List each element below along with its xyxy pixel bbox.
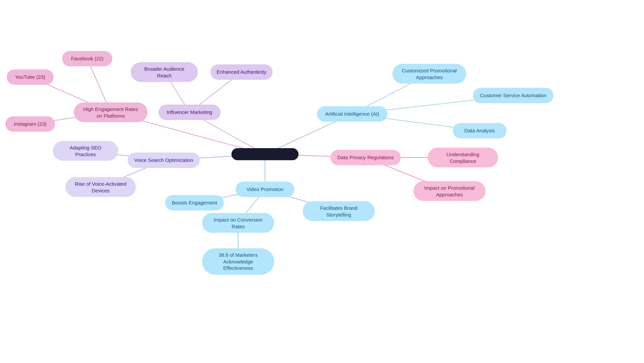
instagram-node[interactable]: Instagram (23) (5, 116, 55, 132)
understanding-compliance-node[interactable]: Understanding Compliance (428, 148, 498, 168)
broader-node[interactable]: Broader Audience Reach (131, 62, 198, 82)
center-node[interactable] (231, 148, 299, 160)
ai-node[interactable]: Artificial Intelligence (AI) (317, 106, 387, 122)
influencer-node[interactable]: Influencer Marketing (159, 105, 221, 120)
youtube-node[interactable]: YouTube (23) (7, 69, 54, 85)
impact-conversion-node[interactable]: Impact on Conversion Rates (202, 213, 274, 233)
enhanced-node[interactable]: Enhanced Authenticity (211, 64, 273, 80)
data-analysis-node[interactable]: Data Analysis (453, 123, 506, 138)
data-privacy-node[interactable]: Data Privacy Regulations (330, 150, 401, 165)
customer-service-node[interactable]: Customer Service Automation (473, 88, 553, 103)
facilitates-node[interactable]: Facilitates Brand Storytelling (303, 201, 375, 221)
38-6-node[interactable]: 38.6 of Marketers Acknowledge Effectiven… (202, 248, 274, 275)
adapting-seo-node[interactable]: Adapting SEO Practices (53, 141, 118, 161)
facebook-node[interactable]: Facebook (22) (62, 51, 112, 66)
rise-voice-node[interactable]: Rise of Voice-Activated Devices (65, 177, 136, 197)
customized-node[interactable]: Customized Promotional Approaches (392, 64, 466, 84)
voice-search-node[interactable]: Voice Search Optimization (128, 153, 200, 168)
video-promotion-node[interactable]: Video Promotion (236, 182, 294, 197)
boosts-engagement-node[interactable]: Boosts Engagement (165, 195, 224, 210)
high-engagement-node[interactable]: High Engagement Rates on Platforms (74, 103, 148, 122)
impact-promotional-node[interactable]: Impact on Promotional Approaches (414, 181, 486, 201)
